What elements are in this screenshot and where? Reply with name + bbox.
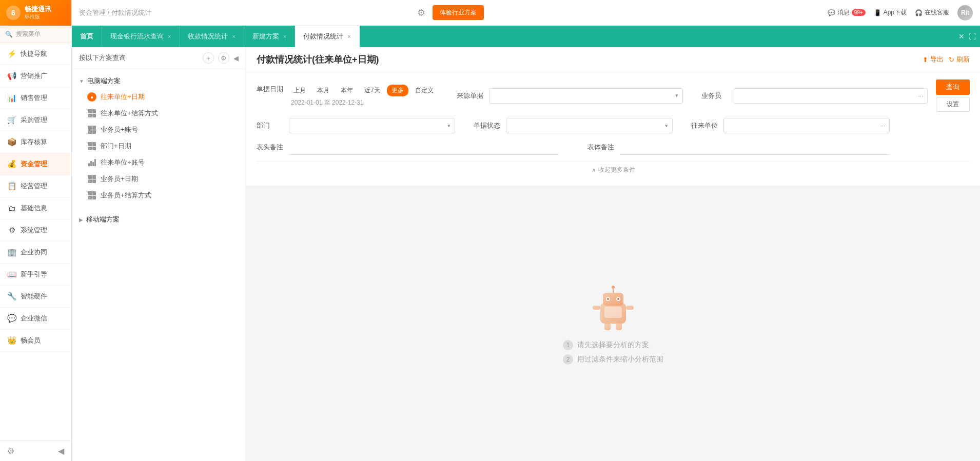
window-close-icon[interactable]: ✕: [958, 32, 965, 41]
svg-rect-12: [604, 307, 622, 318]
mobile-group-header[interactable]: ▶ 移动端方案: [72, 212, 246, 227]
empty-tips: 1 请先选择要分析的方案 2 用过滤条件来缩小分析范围: [563, 340, 663, 365]
search-menu[interactable]: 🔍 搜索菜单: [0, 26, 71, 43]
export-btn[interactable]: ⬆ 导出: [923, 55, 944, 64]
query-button[interactable]: 查询: [936, 79, 970, 95]
sidebar-item-basic-info[interactable]: 🗂 基础信息: [0, 197, 71, 219]
dept-select[interactable]: ▾: [289, 118, 455, 133]
app-download-btn[interactable]: 📱 App下载: [874, 8, 907, 17]
sidebar-item-purchase[interactable]: 🛒 采购管理: [0, 109, 71, 131]
scheme-item-salesperson-settle[interactable]: 业务员+结算方式: [72, 187, 246, 204]
dept-label: 部门: [257, 121, 285, 130]
sidebar-item-guide[interactable]: 📖 新手引导: [0, 264, 71, 286]
main-area: 资金管理 / 付款情况统计 ⚙ 体验行业方案 💬 消息 99+ 📱 App下载 …: [72, 0, 980, 461]
tab-receipt-close[interactable]: ×: [232, 33, 235, 39]
logo-icon: 6: [6, 6, 21, 20]
service-btn[interactable]: 🎧 在线客服: [915, 8, 949, 17]
collapse-filter-btn[interactable]: ∧ 收起更多条件: [257, 161, 970, 178]
source-select-arrow: ▾: [675, 92, 678, 99]
tab-bank[interactable]: 现金银行流水查询 ×: [102, 26, 180, 47]
settings-button[interactable]: 设置: [936, 97, 970, 112]
date-btn-this-year[interactable]: 本年: [336, 85, 358, 96]
svg-point-4: [607, 298, 609, 300]
smart-icon: 🔧: [7, 292, 16, 301]
sidebar-item-label: 采购管理: [21, 115, 47, 125]
scheme-settings-btn[interactable]: ⚙: [218, 52, 229, 64]
scheme-icon-partner-account: [87, 158, 96, 167]
tab-payment-label: 付款情况统计: [303, 32, 343, 41]
tabbar: 首页 现金银行流水查询 × 收款情况统计 × 新建方案 × 付款情况统计 × ✕…: [72, 26, 980, 47]
scheme-item-salesperson-date[interactable]: 业务员+日期: [72, 171, 246, 187]
tab-receipt-label: 收款情况统计: [188, 32, 228, 41]
message-btn[interactable]: 💬 消息 99+: [828, 8, 866, 17]
trial-button[interactable]: 体验行业方案: [433, 5, 484, 20]
tab-new-scheme[interactable]: 新建方案 ×: [244, 26, 295, 47]
tab-home-label: 首页: [80, 32, 93, 41]
tab-home[interactable]: 首页: [72, 26, 102, 47]
partner-select[interactable]: ···: [723, 118, 890, 133]
scheme-item-partner-date[interactable]: ● 往来单位+日期: [72, 89, 246, 105]
enterprise-icon: 🏢: [7, 248, 16, 257]
tab-bank-close[interactable]: ×: [168, 33, 171, 39]
scheme-item-dept-date[interactable]: 部门+日期: [72, 138, 246, 154]
sidebar-item-label: 智能硬件: [21, 292, 47, 301]
desktop-group-header[interactable]: ▼ 电脑端方案: [72, 73, 246, 89]
sidebar-item-operations[interactable]: 📋 经营管理: [0, 175, 71, 197]
tab-new-scheme-close[interactable]: ×: [283, 33, 286, 39]
date-btn-custom[interactable]: 自定义: [410, 85, 438, 96]
refresh-btn[interactable]: ↻ 刷新: [949, 55, 970, 64]
filter-row-3: 表头备注 表体备注: [257, 139, 970, 155]
source-select[interactable]: ▾: [489, 88, 683, 104]
collapse-sidebar-btn[interactable]: ◀: [58, 446, 64, 456]
sidebar-logo: 6 畅捷通讯 标准版: [0, 0, 71, 26]
window-controls: ✕ ⛶: [954, 26, 980, 47]
note-header-label: 表头备注: [257, 143, 285, 152]
note-header-input[interactable]: [289, 139, 559, 155]
mobile-group-label: 移动端方案: [86, 215, 120, 224]
sidebar-item-vip[interactable]: 👑 畅会员: [0, 330, 71, 352]
scheme-item-salesperson-account[interactable]: 业务员+账号: [72, 122, 246, 138]
user-avatar[interactable]: Rit: [957, 5, 973, 21]
date-btn-last-7[interactable]: 近7天: [360, 85, 385, 96]
note-body-input[interactable]: [620, 139, 890, 155]
date-btn-more[interactable]: 更多: [387, 85, 408, 96]
sidebar-item-enterprise[interactable]: 🏢 企业协同: [0, 242, 71, 264]
sidebar-item-finance[interactable]: 💰 资金管理: [0, 153, 71, 175]
sidebar-item-quick-nav[interactable]: ⚡ 快捷导航: [0, 43, 71, 65]
service-icon: 🎧: [915, 9, 923, 16]
sidebar-item-smart[interactable]: 🔧 智能硬件: [0, 286, 71, 308]
marketing-icon: 📢: [7, 71, 16, 81]
app-icon: 📱: [874, 9, 881, 16]
settings-footer-icon[interactable]: ⚙: [7, 446, 14, 456]
sidebar-item-wechat[interactable]: 💬 企业微信: [0, 308, 71, 330]
export-icon: ⬆: [923, 56, 928, 64]
sidebar-item-inventory[interactable]: 📦 库存核算: [0, 131, 71, 153]
salesperson-select[interactable]: ···: [734, 88, 928, 104]
scheme-label-partner-account: 往来单位+账号: [101, 158, 145, 167]
guide-icon: 📖: [7, 270, 16, 279]
sidebar-item-sales[interactable]: 📊 销售管理: [0, 87, 71, 109]
scheme-item-partner-account[interactable]: 往来单位+账号: [72, 154, 246, 171]
scheme-header: 按以下方案查询 + ⚙ ◀: [72, 47, 246, 69]
collapse-panel-btn[interactable]: ◀: [233, 54, 239, 62]
tab-payment-close[interactable]: ×: [347, 33, 350, 39]
tab-receipt[interactable]: 收款情况统计 ×: [180, 26, 244, 47]
tab-payment[interactable]: 付款情况统计 ×: [295, 26, 359, 47]
topbar-settings-icon[interactable]: ⚙: [417, 7, 425, 18]
svg-rect-1: [603, 293, 623, 306]
date-btn-last-month[interactable]: 上月: [289, 85, 310, 96]
sidebar-item-label: 新手引导: [21, 270, 47, 279]
add-scheme-btn[interactable]: +: [203, 52, 214, 64]
scheme-item-partner-settle[interactable]: 往来单位+结算方式: [72, 105, 246, 122]
sidebar-item-label: 经营管理: [21, 182, 47, 191]
window-maximize-icon[interactable]: ⛶: [969, 32, 976, 41]
sidebar-item-marketing[interactable]: 📢 营销推广: [0, 65, 71, 87]
doc-status-arrow: ▾: [665, 123, 668, 129]
date-btn-this-month[interactable]: 本月: [312, 85, 334, 96]
doc-status-select[interactable]: ▾: [506, 118, 672, 133]
wechat-icon: 💬: [7, 314, 16, 323]
sidebar-item-system[interactable]: ⚙ 系统管理: [0, 219, 71, 242]
scheme-icon-salesperson-account: [87, 125, 96, 134]
logo-text-area: 畅捷通讯 标准版: [25, 5, 51, 21]
svg-point-7: [612, 286, 615, 289]
